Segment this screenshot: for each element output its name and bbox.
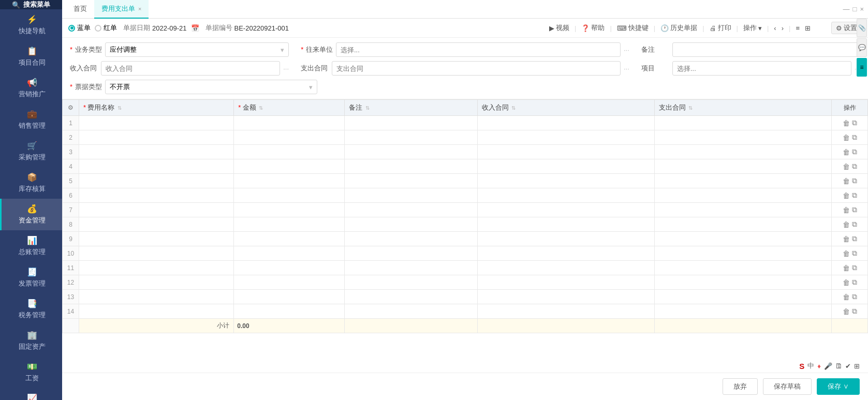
nav-prev-btn[interactable]: ‹ <box>774 24 776 32</box>
cell-income-contract[interactable] <box>477 188 654 203</box>
save-draft-button[interactable]: 保存草稿 <box>763 378 812 395</box>
delete-row-icon[interactable]: 🗑 <box>843 162 850 171</box>
radio-blue[interactable]: 蓝单 <box>68 23 91 33</box>
sidebar-header[interactable]: 🔍 搜索菜单 <box>0 0 62 9</box>
tab-expense[interactable]: 费用支出单 × <box>94 0 149 19</box>
copy-row-icon[interactable]: ⧉ <box>852 263 857 272</box>
cell-amount[interactable] <box>234 145 345 159</box>
expense-contract-dots[interactable]: ··· <box>624 65 629 72</box>
project-input[interactable] <box>672 61 851 76</box>
view-grid-btn[interactable]: ⊞ <box>805 24 811 32</box>
video-btn[interactable]: ▶ 视频 <box>549 23 569 33</box>
invoice-type-select[interactable]: 不开票 ▾ <box>105 80 317 94</box>
cell-income-contract[interactable] <box>477 290 654 304</box>
cell-income-contract[interactable] <box>477 275 654 290</box>
cell-remark[interactable] <box>345 159 478 174</box>
cell-amount[interactable] <box>234 203 345 217</box>
delete-row-icon[interactable]: 🗑 <box>843 249 850 258</box>
print-btn[interactable]: 🖨 打印 <box>710 23 731 33</box>
tab-home[interactable]: 首页 <box>66 0 94 19</box>
cell-income-contract[interactable] <box>477 145 654 159</box>
delete-row-icon[interactable]: 🗑 <box>843 148 850 156</box>
cell-income-contract[interactable] <box>477 203 654 217</box>
cell-income-contract[interactable] <box>477 174 654 188</box>
zhong-icon[interactable]: 中 <box>807 361 814 371</box>
business-type-select[interactable]: 应付调整 ▾ <box>105 42 289 57</box>
win-close-button[interactable]: × <box>860 5 864 13</box>
cell-remark[interactable] <box>345 203 478 217</box>
cell-income-contract[interactable] <box>477 246 654 261</box>
copy-row-icon[interactable]: ⧉ <box>852 133 857 142</box>
cell-amount[interactable] <box>234 130 345 145</box>
cell-remark[interactable] <box>345 275 478 290</box>
cell-amount[interactable] <box>234 116 345 130</box>
operate-btn[interactable]: 操作 ▾ <box>743 23 762 33</box>
sidebar-item-inventory[interactable]: 📦 库存核算 <box>0 167 62 199</box>
delete-row-icon[interactable]: 🗑 <box>843 293 850 301</box>
cell-expense-name[interactable] <box>79 116 234 130</box>
sidebar-item-purchase[interactable]: 🛒 采购管理 <box>0 136 62 167</box>
cell-expense-name[interactable] <box>79 246 234 261</box>
cell-remark[interactable] <box>345 232 478 246</box>
shortcut-btn[interactable]: ⌨ 快捷键 <box>617 23 649 33</box>
cell-expense-contract[interactable] <box>654 116 831 130</box>
calendar-icon[interactable]: 📅 <box>191 24 199 32</box>
income-contract-input[interactable] <box>101 61 280 76</box>
help-btn[interactable]: ❓ 帮助 <box>581 23 605 33</box>
save-button[interactable]: 保存 ∨ <box>817 378 860 395</box>
cell-expense-name[interactable] <box>79 232 234 246</box>
cell-expense-name[interactable] <box>79 145 234 159</box>
col-config[interactable]: ⚙ <box>63 100 79 116</box>
cell-expense-name[interactable] <box>79 275 234 290</box>
copy-row-icon[interactable]: ⧉ <box>852 220 857 229</box>
date-value[interactable]: 2022-09-21 <box>152 24 187 32</box>
cell-income-contract[interactable] <box>477 116 654 130</box>
cell-expense-contract[interactable] <box>654 304 831 319</box>
cell-amount[interactable] <box>234 304 345 319</box>
sidebar-item-project[interactable]: 📋 项目合同 <box>0 41 62 72</box>
counterparty-dots[interactable]: ··· <box>624 46 629 54</box>
sort-income-contract-icon[interactable]: ⇅ <box>511 105 516 111</box>
cell-income-contract[interactable] <box>477 130 654 145</box>
cell-remark[interactable] <box>345 261 478 275</box>
cell-expense-contract[interactable] <box>654 159 831 174</box>
copy-row-icon[interactable]: ⧉ <box>852 307 857 316</box>
doc-icon[interactable]: 🖺 <box>835 362 842 370</box>
cell-expense-contract[interactable] <box>654 203 831 217</box>
delete-row-icon[interactable]: 🗑 <box>843 191 850 200</box>
delete-row-icon[interactable]: 🗑 <box>843 307 850 316</box>
cell-amount[interactable] <box>234 174 345 188</box>
sidebar-item-marketing[interactable]: 📢 营销推广 <box>0 72 62 104</box>
sidebar-item-quick-nav[interactable]: ⚡ 快捷导航 <box>0 9 62 41</box>
delete-row-icon[interactable]: 🗑 <box>843 134 850 142</box>
teal-panel-btn[interactable]: ≡ <box>857 58 867 77</box>
cell-remark[interactable] <box>345 174 478 188</box>
sort-expense-contract-icon[interactable]: ⇅ <box>688 105 693 111</box>
cell-expense-name[interactable] <box>79 130 234 145</box>
copy-row-icon[interactable]: ⧉ <box>852 234 857 243</box>
sort-expense-name-icon[interactable]: ⇅ <box>117 105 122 111</box>
cell-expense-name[interactable] <box>79 290 234 304</box>
mic-icon[interactable]: 🎤 <box>824 362 832 370</box>
sort-remark-icon[interactable]: ⇅ <box>365 105 370 111</box>
win-maximize-button[interactable]: □ <box>853 5 857 13</box>
remark-input[interactable] <box>672 42 860 57</box>
cell-remark[interactable] <box>345 130 478 145</box>
copy-row-icon[interactable]: ⧉ <box>852 205 857 214</box>
copy-row-icon[interactable]: ⧉ <box>852 176 857 185</box>
copy-row-icon[interactable]: ⧉ <box>852 278 857 287</box>
sidebar-item-salary[interactable]: 💵 工资 <box>0 357 62 388</box>
sidebar-item-fixed-assets[interactable]: 🏢 固定资产 <box>0 325 62 357</box>
copy-row-icon[interactable]: ⧉ <box>852 162 857 171</box>
copy-row-icon[interactable]: ⧉ <box>852 292 857 301</box>
diamond-icon[interactable]: ♦ <box>817 362 821 370</box>
sort-amount-icon[interactable]: ⇅ <box>259 105 263 111</box>
cell-expense-contract[interactable] <box>654 275 831 290</box>
cell-expense-contract[interactable] <box>654 188 831 203</box>
comment-panel-btn[interactable]: 💬 <box>857 38 867 57</box>
cell-amount[interactable] <box>234 232 345 246</box>
cell-amount[interactable] <box>234 217 345 232</box>
cell-remark[interactable] <box>345 145 478 159</box>
copy-row-icon[interactable]: ⧉ <box>852 191 857 200</box>
sidebar-item-operations[interactable]: 📈 经营管理 <box>0 388 62 400</box>
